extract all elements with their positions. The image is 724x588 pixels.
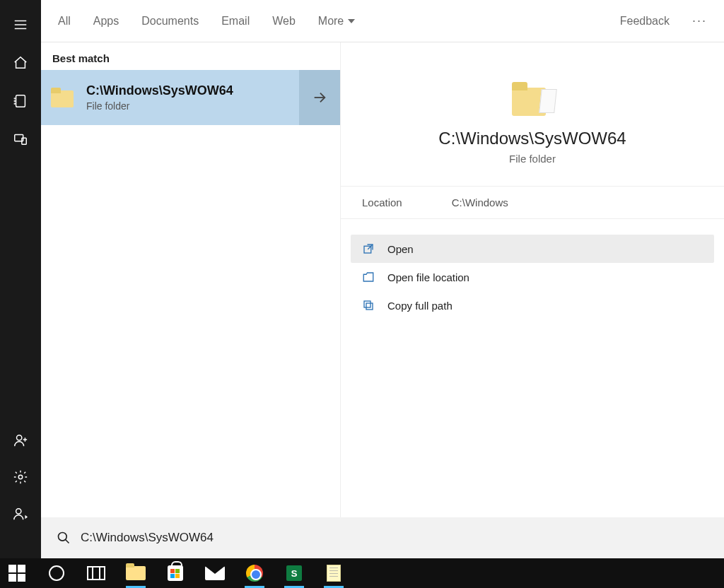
result-subtitle: File folder [86,100,233,112]
home-icon[interactable] [13,55,28,74]
chevron-down-icon [348,19,355,23]
action-open-location[interactable]: Open file location [351,263,714,291]
copy-icon [362,299,375,312]
results-column: Best match C:\Windows\SysWOW64 File fold… [41,42,341,517]
svg-point-12 [18,475,23,479]
action-open-location-label: Open file location [387,271,469,283]
settings-icon[interactable] [13,469,28,488]
svg-line-17 [368,245,373,249]
actions-list: Open Open file location Copy full path [341,235,724,319]
chrome-button[interactable] [243,562,266,584]
devices-icon[interactable] [13,131,28,150]
svg-rect-19 [364,301,370,307]
mail-button[interactable] [204,562,226,584]
start-button[interactable] [6,562,28,584]
store-button[interactable] [164,562,187,584]
task-view-button[interactable] [85,562,107,584]
svg-point-13 [16,509,21,514]
start-rail [0,0,41,558]
cortana-button[interactable] [45,562,68,584]
feedback-link[interactable]: Feedback [620,15,670,28]
svg-rect-3 [16,95,25,107]
open-icon [362,242,375,255]
action-open-label: Open [387,243,414,255]
file-explorer-button[interactable] [124,562,147,584]
location-label: Location [362,196,402,208]
more-options-icon[interactable]: ··· [692,13,707,28]
folder-open-icon [362,271,375,283]
taskbar: S [0,558,724,588]
location-row: Location C:\Windows [341,186,724,219]
action-open[interactable]: Open [351,235,714,263]
filter-tabs: All Apps Documents Email Web More Feedba… [41,0,724,42]
svg-line-21 [66,540,69,543]
svg-point-5 [14,101,15,102]
folder-large-icon [512,82,553,116]
result-title: C:\Windows\SysWOW64 [86,83,233,98]
svg-point-4 [14,98,15,99]
notebook-icon[interactable] [13,93,28,112]
action-copy-path-label: Copy full path [387,300,452,312]
preview-subtitle: File folder [341,153,724,165]
svg-point-6 [14,103,15,104]
location-value: C:\Windows [452,196,508,208]
svg-point-9 [17,435,22,440]
tab-email[interactable]: Email [221,15,250,28]
svg-marker-14 [25,515,28,519]
search-icon [57,531,71,545]
tab-documents[interactable]: Documents [141,15,199,28]
search-input[interactable] [81,531,708,545]
preview-title: C:\Windows\SysWOW64 [341,129,724,148]
notepad-button[interactable] [322,562,345,584]
result-item[interactable]: C:\Windows\SysWOW64 File folder [41,70,340,125]
sway-button[interactable]: S [283,562,305,584]
action-copy-path[interactable]: Copy full path [351,291,714,319]
search-bar [41,517,724,558]
expand-arrow-button[interactable] [299,70,340,125]
tab-web[interactable]: Web [272,15,296,28]
best-match-label: Best match [41,42,340,70]
search-panel: All Apps Documents Email Web More Feedba… [41,0,724,517]
svg-point-20 [59,533,67,541]
tab-more[interactable]: More [318,15,355,28]
tab-apps[interactable]: Apps [93,15,119,28]
account-icon[interactable] [13,433,28,451]
menu-icon[interactable] [13,17,28,35]
user-icon[interactable] [13,506,28,524]
svg-rect-18 [366,303,373,310]
folder-icon [51,88,74,107]
tab-all[interactable]: All [58,15,71,28]
preview-column: C:\Windows\SysWOW64 File folder Location… [341,42,724,517]
